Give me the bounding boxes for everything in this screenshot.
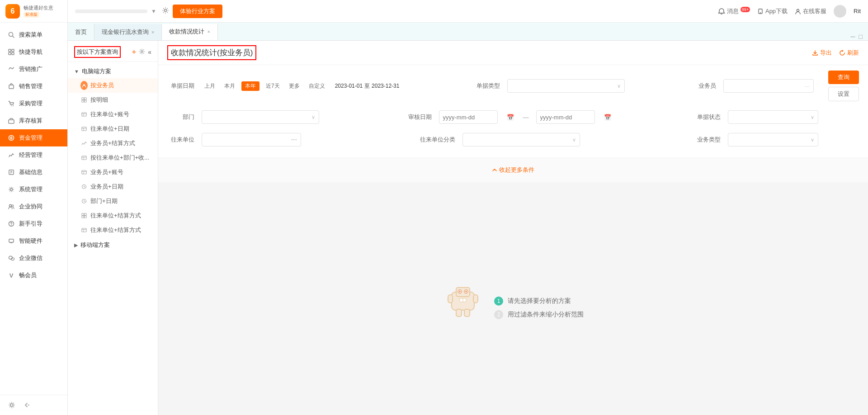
sidebar-item-purchase[interactable]: 采购管理 bbox=[0, 95, 67, 112]
window-maximize-icon[interactable]: □ bbox=[859, 33, 863, 40]
sidebar-item-wechat[interactable]: 企业微信 bbox=[0, 250, 67, 267]
scheme-item-partner-payment1[interactable]: 往来单位+结算方式 bbox=[68, 208, 158, 223]
scheme-header-actions: + « bbox=[132, 48, 151, 56]
svg-point-16 bbox=[9, 205, 12, 207]
review-date-label: 审核日期 bbox=[400, 113, 432, 121]
scheme-item-salesperson-date[interactable]: 业务员+日期 bbox=[68, 179, 158, 194]
tab-cashflow[interactable]: 现金银行流水查询 × bbox=[94, 24, 162, 40]
tabbar: 首页 现金银行流水查询 × 收款情况统计 × ─ □ bbox=[68, 23, 868, 41]
settings-icon[interactable] bbox=[7, 401, 16, 410]
brand-name: 畅捷通好生意 bbox=[24, 5, 53, 11]
partner-date-icon bbox=[80, 125, 88, 132]
date-btn-this-month[interactable]: 本月 bbox=[222, 81, 238, 91]
review-date-to[interactable] bbox=[536, 110, 595, 124]
tab-collection[interactable]: 收款情况统计 × bbox=[162, 24, 217, 40]
user-avatar[interactable] bbox=[834, 5, 846, 18]
biz-type-select[interactable]: ∨ bbox=[728, 133, 818, 146]
doc-type-select[interactable]: ∨ bbox=[507, 79, 625, 93]
scheme-item-detail-label: 按明细 bbox=[90, 96, 108, 104]
sidebar-item-newbie[interactable]: 新手引导 bbox=[0, 215, 67, 232]
trial-button[interactable]: 体验行业方案 bbox=[173, 5, 222, 18]
salesperson-label: 业务员 bbox=[693, 82, 716, 90]
dept-select[interactable]: ∨ bbox=[202, 110, 319, 124]
sidebar-item-sales[interactable]: 销售管理 bbox=[0, 78, 67, 95]
sidebar-item-search[interactable]: 搜索菜单 bbox=[0, 26, 67, 43]
sidebar-item-hardware[interactable]: 智能硬件 bbox=[0, 232, 67, 250]
scheme-item-dept-date[interactable]: 部门+日期 bbox=[68, 194, 158, 208]
query-button[interactable]: 查询 bbox=[828, 71, 859, 84]
collapse-sidebar-icon[interactable] bbox=[22, 401, 31, 410]
partner-dots[interactable]: ··· bbox=[291, 136, 297, 144]
content-area: 按以下方案查询 + « ▼ 电脑端方案 bbox=[68, 41, 868, 415]
collapse-button[interactable]: 收起更多条件 bbox=[492, 161, 534, 179]
salesperson-scheme-icon bbox=[80, 82, 88, 89]
sidebar-label-finance: 资金管理 bbox=[19, 134, 42, 142]
scheme-item-partner-date-label: 往来单位+日期 bbox=[90, 125, 129, 133]
scheme-item-detail[interactable]: 按明细 bbox=[68, 93, 158, 107]
salesperson-date-icon bbox=[80, 183, 88, 190]
sidebar-item-marketing[interactable]: 营销推广 bbox=[0, 61, 67, 78]
placeholder-content: 1 请先选择要分析的方案 2 用过滤条件来缩小分析范围 bbox=[443, 278, 584, 319]
date-label: 单据日期 bbox=[167, 82, 194, 90]
date-btn-this-year[interactable]: 本年 bbox=[241, 81, 259, 91]
scheme-group-header-mobile[interactable]: ▶ 移动端方案 bbox=[68, 238, 158, 252]
sidebar-item-enterprise[interactable]: 企业协同 bbox=[0, 198, 67, 215]
calendar-from-icon[interactable]: 📅 bbox=[507, 114, 514, 121]
app-download-area[interactable]: App下载 bbox=[757, 7, 788, 15]
svg-rect-52 bbox=[82, 216, 84, 218]
settings-button[interactable]: 设置 bbox=[828, 87, 859, 101]
scheme-settings-btn[interactable] bbox=[139, 48, 145, 56]
svg-point-29 bbox=[797, 9, 799, 11]
filter-dash: — bbox=[523, 114, 529, 121]
filter-action-buttons: 查询 设置 bbox=[828, 71, 859, 101]
step-1-num: 1 bbox=[494, 297, 503, 306]
topbar-gear-icon[interactable] bbox=[162, 7, 169, 15]
placeholder-step-1: 1 请先选择要分析的方案 bbox=[494, 297, 584, 306]
tab-cashflow-close[interactable]: × bbox=[151, 29, 154, 35]
scheme-item-salesperson-payment[interactable]: 业务员+结算方式 bbox=[68, 136, 158, 151]
sidebar-label-member: 畅会员 bbox=[19, 271, 37, 279]
sidebar-item-basicinfo[interactable]: 基础信息 bbox=[0, 164, 67, 181]
scheme-group-header-desktop[interactable]: ▼ 电脑端方案 bbox=[68, 65, 158, 78]
scheme-add-btn[interactable]: + bbox=[132, 48, 136, 56]
doc-status-select[interactable]: ∨ bbox=[728, 110, 818, 124]
date-btn-more[interactable]: 更多 bbox=[286, 81, 302, 91]
marketing-icon bbox=[7, 65, 15, 73]
salesperson-select[interactable]: ··· bbox=[723, 79, 814, 93]
refresh-button[interactable]: 刷新 bbox=[839, 49, 859, 57]
message-area[interactable]: 消息 99+ bbox=[718, 7, 750, 15]
scheme-item-partner-payment2[interactable]: 往来单位+结算方式 bbox=[68, 223, 158, 237]
topbar-dropdown[interactable]: ▼ bbox=[151, 8, 156, 14]
detail-scheme-icon bbox=[80, 96, 88, 104]
sidebar-item-member[interactable]: V 畅会员 bbox=[0, 267, 67, 284]
date-btn-custom[interactable]: 自定义 bbox=[306, 81, 328, 91]
sidebar-item-quicknav[interactable]: 快捷导航 bbox=[0, 43, 67, 61]
export-button[interactable]: 导出 bbox=[812, 49, 832, 57]
calendar-to-icon[interactable]: 📅 bbox=[604, 114, 611, 121]
tab-collection-close[interactable]: × bbox=[207, 29, 210, 34]
topbar-search-display[interactable] bbox=[75, 9, 147, 13]
online-service-area[interactable]: 在线客服 bbox=[795, 7, 826, 15]
scheme-item-partner-account[interactable]: 往来单位+账号 bbox=[68, 107, 158, 122]
review-date-from[interactable] bbox=[439, 110, 498, 124]
sidebar-item-finance[interactable]: 资金管理 bbox=[0, 129, 67, 146]
date-btn-7days[interactable]: 近7天 bbox=[263, 81, 283, 91]
scheme-item-partner-date[interactable]: 往来单位+日期 bbox=[68, 122, 158, 136]
date-btn-last-month[interactable]: 上月 bbox=[202, 81, 218, 91]
partner-category-select[interactable]: ∨ bbox=[462, 133, 580, 146]
salesperson-input-area: ··· bbox=[723, 79, 814, 93]
sidebar-item-operations[interactable]: 经营管理 bbox=[0, 146, 67, 164]
tab-home[interactable]: 首页 bbox=[68, 24, 94, 40]
scheme-item-salesperson-account[interactable]: 业务员+账号 bbox=[68, 165, 158, 179]
placeholder-steps: 1 请先选择要分析的方案 2 用过滤条件来缩小分析范围 bbox=[494, 297, 584, 319]
partner-select[interactable]: ··· bbox=[202, 133, 301, 146]
svg-rect-42 bbox=[82, 156, 86, 160]
scheme-item-partner-dept[interactable]: 按往来单位+部门+收... bbox=[68, 151, 158, 165]
sidebar-item-inventory[interactable]: 库存核算 bbox=[0, 112, 67, 129]
svg-point-17 bbox=[12, 205, 14, 207]
scheme-item-by-salesperson[interactable]: 按业务员 bbox=[68, 78, 158, 93]
sidebar-item-system[interactable]: 系统管理 bbox=[0, 181, 67, 198]
scheme-collapse-btn[interactable]: « bbox=[148, 48, 151, 56]
window-minimize-icon[interactable]: ─ bbox=[851, 33, 855, 40]
svg-rect-54 bbox=[82, 228, 86, 232]
